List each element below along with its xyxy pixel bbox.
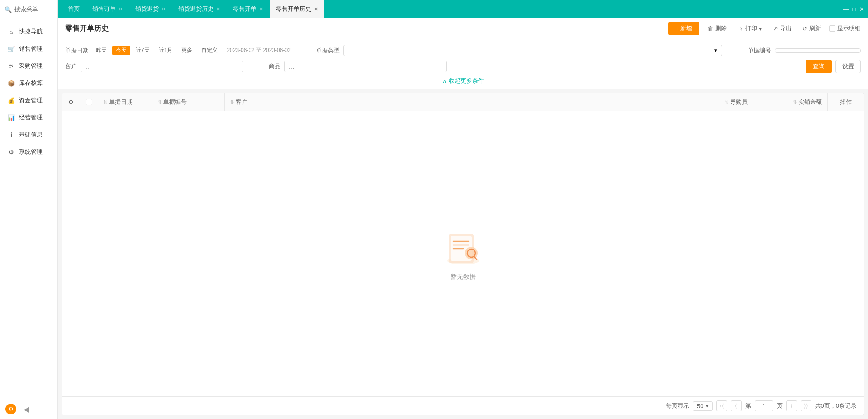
bag-icon: 🛍: [7, 62, 15, 70]
content-area: 零售开单历史 + 新增 🗑 删除 🖨 打印 ▾ ↗ 导出 ↺: [58, 18, 868, 419]
tab-label: 销售订单: [92, 5, 116, 13]
chart-icon: 📊: [7, 113, 15, 122]
settings-icon-button[interactable]: ⚙: [5, 404, 16, 414]
date-opt-1month[interactable]: 近1月: [155, 46, 176, 55]
customer-label: 客户: [65, 62, 77, 71]
search-label: 搜索采单: [14, 5, 38, 14]
per-page-label: 每页显示: [666, 402, 689, 410]
page-size-select[interactable]: 50 ▾: [693, 401, 712, 411]
sort-date-icon[interactable]: ⇅: [104, 99, 107, 104]
tab-close-icon[interactable]: ✕: [161, 6, 166, 12]
sidebar-item-basic-info[interactable]: ℹ 基础信息: [0, 126, 57, 143]
tab-label: 销货退货历史: [178, 5, 213, 13]
date-opt-yesterday[interactable]: 昨天: [92, 46, 110, 55]
sidebar-item-sys-mgmt[interactable]: ⚙ 系统管理: [0, 143, 57, 160]
doc-num-label: 单据编号: [748, 47, 771, 55]
page-label: 第: [745, 402, 751, 410]
sidebar-item-purchase-mgmt[interactable]: 🛍 采购管理: [0, 57, 57, 75]
sidebar-item-label: 系统管理: [19, 148, 43, 156]
column-settings[interactable]: ⚙: [62, 93, 80, 111]
tab-close-icon[interactable]: ✕: [314, 6, 318, 12]
toolbar-actions: + 新增 🗑 删除 🖨 打印 ▾ ↗ 导出 ↺ 刷新: [668, 22, 861, 35]
sort-guide-icon[interactable]: ⇅: [725, 99, 728, 104]
tab-sales-return[interactable]: 销货退货 ✕: [129, 0, 172, 18]
goods-filter: 商品 ...: [269, 61, 447, 72]
doc-type-label: 单据类型: [316, 47, 340, 55]
sidebar-footer: ⚙ ◀: [0, 399, 57, 419]
goods-input[interactable]: ...: [284, 61, 447, 72]
empty-icon: [441, 227, 486, 268]
print-button[interactable]: 🖨 打印 ▾: [735, 23, 765, 34]
sort-num-icon[interactable]: ⇅: [158, 99, 161, 104]
table-header: ⚙ ⇅ 单据日期 ⇅ 单据编号 ⇅ 客户 ⇅: [62, 93, 864, 111]
sidebar-item-label: 销售管理: [19, 45, 43, 53]
sidebar-item-quick-nav[interactable]: ⌂ 快捷导航: [0, 23, 57, 40]
sidebar-item-finance[interactable]: 💰 资金管理: [0, 92, 57, 109]
display-detail-checkbox[interactable]: [829, 25, 835, 32]
tab-close-icon[interactable]: ✕: [259, 6, 263, 12]
tab-home[interactable]: 首页: [62, 0, 86, 18]
export-button[interactable]: ↗ 导出: [770, 23, 794, 34]
tab-sales-order[interactable]: 销售订单 ✕: [86, 0, 129, 18]
minimize-button[interactable]: —: [843, 6, 849, 13]
delete-button[interactable]: 🗑 删除: [705, 23, 730, 34]
search-menu-item[interactable]: 🔍 搜索采单: [0, 0, 57, 19]
sort-customer-icon[interactable]: ⇅: [230, 99, 234, 104]
close-button[interactable]: ✕: [859, 6, 864, 13]
sidebar-item-inventory[interactable]: 📦 库存核算: [0, 75, 57, 92]
sidebar-item-label: 经营管理: [19, 113, 43, 122]
settings-gear-icon[interactable]: ⚙: [68, 99, 74, 105]
home-icon: ⌂: [7, 28, 15, 36]
column-checkbox[interactable]: [80, 93, 98, 111]
query-button[interactable]: 查询: [806, 60, 832, 73]
date-opt-more[interactable]: 更多: [178, 46, 196, 55]
last-page-button[interactable]: ⟩⟩: [801, 400, 811, 411]
date-opt-custom[interactable]: 自定义: [198, 46, 221, 55]
info-icon: ℹ: [7, 131, 15, 139]
data-table: ⚙ ⇅ 单据日期 ⇅ 单据编号 ⇅ 客户 ⇅: [62, 93, 864, 415]
maximize-button[interactable]: □: [852, 6, 856, 13]
sidebar-item-sales-mgmt[interactable]: 🛒 销售管理: [0, 40, 57, 57]
column-amount: ⇅ 实销金额: [773, 93, 828, 111]
sort-amount-icon[interactable]: ⇅: [793, 99, 797, 104]
page-number-input[interactable]: [755, 400, 773, 411]
page-size-chevron: ▾: [706, 403, 709, 410]
filter-panel: 单据日期 昨天 今天 近7天 近1月 更多 自定义 2023-06-02 至 2…: [58, 39, 868, 89]
customer-input[interactable]: ...: [81, 61, 243, 72]
prev-page-button[interactable]: ⟨: [731, 400, 742, 411]
doc-type-select[interactable]: ▾: [343, 45, 722, 56]
date-opt-today[interactable]: 今天: [112, 46, 130, 55]
display-detail-toggle[interactable]: 显示明细: [829, 24, 861, 33]
refresh-button[interactable]: ↺ 刷新: [800, 23, 824, 34]
doc-num-input[interactable]: [775, 48, 861, 53]
next-page-button[interactable]: ⟩: [786, 400, 797, 411]
page-toolbar: 零售开单历史 + 新增 🗑 删除 🖨 打印 ▾ ↗ 导出 ↺: [58, 18, 868, 39]
collapse-sidebar-button[interactable]: ◀: [24, 405, 29, 414]
sidebar-item-operation[interactable]: 📊 经营管理: [0, 109, 57, 126]
tab-close-icon[interactable]: ✕: [216, 6, 220, 12]
doc-num-filter: 单据编号: [748, 47, 861, 55]
tab-sales-return-history[interactable]: 销货退货历史 ✕: [172, 0, 227, 18]
collapse-filter-button[interactable]: ∧ 收起更多条件: [65, 77, 861, 85]
sys-icon: ⚙: [7, 148, 15, 156]
add-button[interactable]: + 新增: [668, 22, 699, 35]
column-date: ⇅ 单据日期: [98, 93, 152, 111]
date-label: 单据日期: [65, 47, 89, 55]
tab-label: 零售开单: [233, 5, 256, 13]
date-filter: 单据日期 昨天 今天 近7天 近1月 更多 自定义 2023-06-02 至 2…: [65, 46, 291, 55]
date-opt-7days[interactable]: 近7天: [132, 46, 153, 55]
tab-retail-open-history[interactable]: 零售开单历史 ✕: [270, 0, 324, 18]
tab-retail-open[interactable]: 零售开单 ✕: [227, 0, 270, 18]
first-page-button[interactable]: ⟨⟨: [716, 400, 727, 411]
settings-button[interactable]: 设置: [835, 60, 861, 73]
print-icon: 🖨: [738, 25, 744, 32]
customer-filter: 客户 ...: [65, 61, 243, 72]
pagination: 每页显示 50 ▾ ⟨⟨ ⟨ 第 页 ⟩ ⟩⟩ 共0页，0条记录: [62, 396, 864, 415]
refresh-icon: ↺: [802, 25, 807, 32]
tab-label: 零售开单历史: [276, 5, 311, 13]
select-all-checkbox[interactable]: [86, 99, 92, 105]
page-unit: 页: [777, 402, 783, 410]
tab-close-icon[interactable]: ✕: [119, 6, 123, 12]
column-action: 操作: [828, 93, 864, 111]
total-records: 共0页，0条记录: [815, 402, 857, 410]
